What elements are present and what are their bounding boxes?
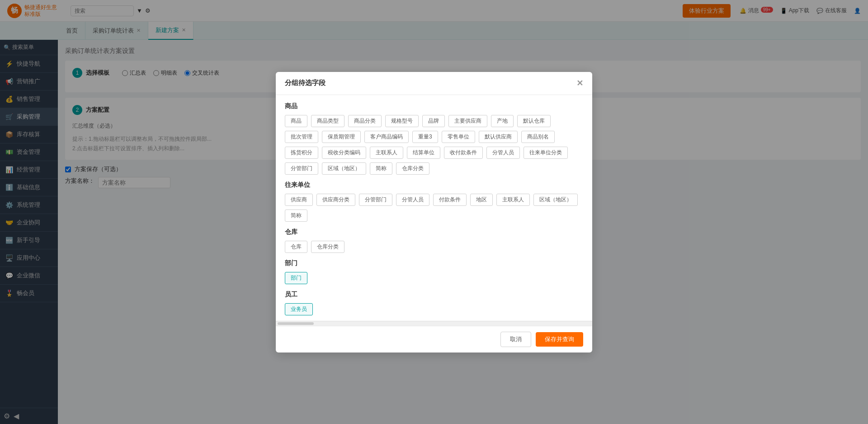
tag-customer-product-code[interactable]: 客户商品编码 — [364, 131, 409, 143]
tag-shelf-life[interactable]: 保质期管理 — [322, 131, 361, 143]
tag-district[interactable]: 地区 — [470, 194, 493, 206]
section-title-warehouse: 仓库 — [285, 228, 583, 236]
section-title-product: 商品 — [285, 102, 583, 110]
tag-payment-terms[interactable]: 收付款条件 — [444, 147, 483, 159]
tag-supplier[interactable]: 供应商 — [285, 194, 313, 206]
tag-weight3[interactable]: 重量3 — [412, 131, 438, 143]
tag-product-type[interactable]: 商品类型 — [311, 115, 344, 127]
tag-default-warehouse[interactable]: 默认仓库 — [517, 115, 551, 127]
tag-dept[interactable]: 部门 — [285, 272, 307, 284]
tag-warehouse-category[interactable]: 仓库分类 — [396, 162, 429, 175]
tag-retail-unit[interactable]: 零售单位 — [442, 131, 475, 143]
tag-batch-mgmt[interactable]: 批次管理 — [285, 131, 318, 143]
cancel-button[interactable]: 取消 — [500, 332, 531, 347]
tag-partner-short-name[interactable]: 简称 — [285, 210, 307, 222]
tag-origin[interactable]: 产地 — [491, 115, 514, 127]
dialog: 分组待选字段 ✕ 商品 商品 商品类型 商品分类 规格型号 品牌 主要供应商 产… — [276, 72, 592, 353]
tag-admin-dept[interactable]: 分管部门 — [285, 162, 318, 175]
tag-warehouse[interactable]: 仓库 — [285, 241, 307, 253]
tag-group-partner: 供应商 供应商分类 分管部门 分管人员 付款条件 地区 主联系人 区域（地区） … — [285, 194, 583, 222]
tag-brand[interactable]: 品牌 — [422, 115, 445, 127]
tag-partner-region[interactable]: 区域（地区） — [533, 194, 578, 206]
tag-group-dept: 部门 — [285, 272, 583, 284]
dialog-footer: 取消 保存并查询 — [276, 326, 592, 353]
tag-sales-person[interactable]: 业务员 — [285, 303, 313, 315]
tag-short-name[interactable]: 简称 — [370, 162, 392, 175]
tag-group-warehouse: 仓库 仓库分类 — [285, 241, 583, 253]
section-title-partner: 往来单位 — [285, 181, 583, 189]
dialog-title: 分组待选字段 — [285, 79, 326, 87]
tag-partner-main-contact[interactable]: 主联系人 — [496, 194, 530, 206]
tag-partner-admin-person[interactable]: 分管人员 — [396, 194, 429, 206]
tag-admin-person[interactable]: 分管人员 — [486, 147, 520, 159]
horizontal-scrollbar[interactable] — [276, 321, 592, 325]
tag-region[interactable]: 区域（地区） — [322, 162, 366, 175]
dialog-body[interactable]: 商品 商品 商品类型 商品分类 规格型号 品牌 主要供应商 产地 默认仓库 批次… — [276, 95, 592, 321]
tag-group-employee: 业务员 — [285, 303, 583, 315]
tag-product[interactable]: 商品 — [285, 115, 307, 127]
scrollbar-thumb[interactable] — [278, 322, 314, 325]
tag-main-contact[interactable]: 主联系人 — [370, 147, 403, 159]
tag-payment-condition[interactable]: 付款条件 — [433, 194, 467, 206]
tag-partner-category[interactable]: 往来单位分类 — [524, 147, 568, 159]
tag-settlement-unit[interactable]: 结算单位 — [407, 147, 440, 159]
dialog-overlay: 分组待选字段 ✕ 商品 商品 商品类型 商品分类 规格型号 品牌 主要供应商 产… — [0, 0, 868, 424]
tag-group-product: 商品 商品类型 商品分类 规格型号 品牌 主要供应商 产地 默认仓库 批次管理 … — [285, 115, 583, 175]
dialog-close-btn[interactable]: ✕ — [576, 78, 583, 88]
tag-pick-points[interactable]: 拣货积分 — [285, 147, 318, 159]
tag-supplier-category[interactable]: 供应商分类 — [316, 194, 355, 206]
confirm-button[interactable]: 保存并查询 — [536, 332, 583, 347]
tag-spec-model[interactable]: 规格型号 — [385, 115, 419, 127]
tag-tax-code[interactable]: 税收分类编码 — [322, 147, 366, 159]
tag-warehouse-cat[interactable]: 仓库分类 — [311, 241, 344, 253]
section-title-employee: 员工 — [285, 291, 583, 299]
tag-default-supplier[interactable]: 默认供应商 — [479, 131, 518, 143]
tag-product-category[interactable]: 商品分类 — [348, 115, 382, 127]
tag-partner-admin-dept[interactable]: 分管部门 — [359, 194, 392, 206]
tag-main-supplier[interactable]: 主要供应商 — [448, 115, 487, 127]
tag-product-alias[interactable]: 商品别名 — [521, 131, 555, 143]
section-title-dept: 部门 — [285, 259, 583, 267]
dialog-header: 分组待选字段 ✕ — [276, 72, 592, 95]
